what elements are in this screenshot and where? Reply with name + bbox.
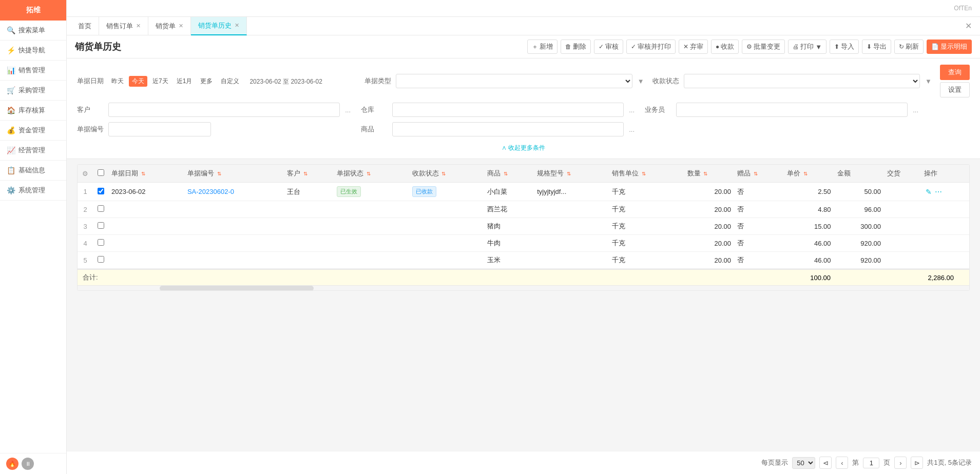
row-check[interactable] [98,239,104,246]
col-customer[interactable]: 客户 ⇅ [284,165,334,183]
setting-button[interactable]: 设置 [940,82,970,97]
first-page-button[interactable]: ⊲ [819,457,832,469]
row-price-4: 46.00 [784,252,834,269]
col-collect-status[interactable]: 收款状态 ⇅ [409,165,484,183]
staff-dots[interactable]: ... [911,106,920,114]
sidebar-item-finance-mgmt[interactable]: 💰 资金管理 [0,121,66,141]
col-price[interactable]: 单价 ⇅ [784,165,834,183]
batch-change-button[interactable]: ⚙ 批量变更 [742,40,785,54]
col-unit[interactable]: 销售单位 ⇅ [609,165,684,183]
col-spec-type[interactable]: 规格型号 ⇅ [534,165,609,183]
horizontal-scrollbar[interactable] [78,285,969,290]
import-button[interactable]: ⬆ 导入 [830,40,859,54]
goods-input[interactable] [392,122,624,136]
discard-button[interactable]: ✕ 弃审 [679,40,708,54]
col-goods[interactable]: 商品 ⇅ [484,165,534,183]
action-edit-icon[interactable]: ✎ [926,188,932,196]
table-settings-icon[interactable]: ⚙ [82,170,88,177]
collect-status-select[interactable] [684,74,920,88]
action-more-icon[interactable]: ⋯ [935,188,942,196]
prev-page-button[interactable]: ‹ [836,457,848,469]
goods-dots[interactable]: ... [627,126,637,133]
row-doc-num-2[interactable] [184,218,284,235]
col-qty[interactable]: 数量 ⇅ [684,165,734,183]
col-doc-num[interactable]: 单据编号 ⇅ [184,165,284,183]
tab-close-sales-delivery[interactable]: ✕ [179,23,183,29]
row-check[interactable] [98,222,104,229]
col-checkbox[interactable] [93,165,108,183]
show-details-button[interactable]: 📄 显示明细 [927,40,972,54]
collapse-button[interactable]: ∧ 收起更多条件 [77,142,970,152]
row-qty-1: 20.00 [684,201,734,218]
scrollbar-thumb[interactable] [160,286,314,290]
print-button[interactable]: 🖨 打印 ▼ [788,40,827,54]
col-settings[interactable]: ⚙ [78,165,93,183]
new-button[interactable]: ＋ 新增 [527,40,558,54]
row-doc-num-1[interactable] [184,201,284,218]
row-check[interactable] [98,188,104,194]
date-btn-7days[interactable]: 近7天 [149,76,171,87]
doc-num-input[interactable] [108,122,211,136]
sidebar-item-sys-mgmt[interactable]: ⚙️ 系统管理 [0,181,66,201]
date-btn-more[interactable]: 更多 [197,76,216,87]
collect-button[interactable]: ● 收款 [711,40,739,54]
row-doc-num-0[interactable]: SA-20230602-0 [184,183,284,201]
tab-sales-order[interactable]: 销售订单 ✕ [99,17,148,35]
data-table: ⚙ 单据日期 ⇅ 单据编号 ⇅ [78,165,969,269]
query-button[interactable]: 查询 [940,65,970,80]
tab-close-sales-order[interactable]: ✕ [136,23,141,29]
row-doc-num-4[interactable] [184,252,284,269]
sort-qty-icon: ⇅ [703,171,707,176]
sort-spec-type-icon: ⇅ [567,171,571,176]
next-page-button[interactable]: › [894,457,907,469]
row-checkbox-3[interactable] [93,235,108,252]
row-checkbox-1[interactable] [93,201,108,218]
staff-input[interactable] [676,103,908,117]
select-all-checkbox[interactable] [98,169,104,176]
row-checkbox-0[interactable] [93,183,108,201]
col-doc-status[interactable]: 单据状态 ⇅ [334,165,409,183]
date-btn-1month[interactable]: 近1月 [174,76,196,87]
row-check[interactable] [98,205,104,212]
sort-collect-status-icon: ⇅ [441,171,446,176]
sidebar-item-sales-mgmt[interactable]: 📊 销售管理 [0,61,66,81]
delete-button[interactable]: 🗑 删除 [561,40,591,54]
col-doc-date[interactable]: 单据日期 ⇅ [108,165,184,183]
tab-close-all[interactable]: ✕ [961,21,976,31]
per-page-select[interactable]: 50 [792,457,815,469]
audit-button[interactable]: ✓ 审核 [594,40,623,54]
tab-close-sales-history[interactable]: ✕ [235,22,239,29]
tab-sales-delivery[interactable]: 销货单 ✕ [148,17,191,35]
sidebar-item-ops-mgmt[interactable]: 📈 经营管理 [0,141,66,161]
row-checkbox-4[interactable] [93,252,108,269]
warehouse-dots[interactable]: ... [627,106,637,114]
page-number-input[interactable] [863,458,879,468]
audit-print-button[interactable]: ✓ 审核并打印 [626,40,676,54]
sidebar-item-purchase-mgmt[interactable]: 🛒 采购管理 [0,81,66,101]
col-gift[interactable]: 赠品 ⇅ [734,165,784,183]
warehouse-input[interactable] [392,103,624,117]
sidebar-item-quick-nav[interactable]: ⚡ 快捷导航 [0,41,66,61]
tab-home[interactable]: 首页 [71,17,99,35]
col-trade[interactable]: 交货 [884,165,921,183]
date-btn-custom[interactable]: 自定义 [218,76,242,87]
row-gift-3: 否 [734,235,784,252]
doc-type-select[interactable] [396,74,632,88]
date-btn-yesterday[interactable]: 昨天 [108,76,127,87]
customer-input[interactable] [108,103,340,117]
row-check[interactable] [98,256,104,263]
refresh-button[interactable]: ↻ 刷新 [894,40,924,54]
col-amount[interactable]: 金额 [834,165,885,183]
row-doc-num-3[interactable] [184,235,284,252]
bottom-icon-1[interactable]: 🔥 [6,458,18,470]
sidebar-item-basic-info[interactable]: 📋 基础信息 [0,161,66,181]
sidebar-item-search-menu[interactable]: 🔍 搜索菜单 [0,21,66,41]
sidebar-item-inventory[interactable]: 🏠 库存核算 [0,101,66,121]
date-btn-today[interactable]: 今天 [129,76,147,87]
customer-dots[interactable]: ... [343,106,353,114]
row-checkbox-2[interactable] [93,218,108,235]
bottom-icon-2[interactable]: ⏸ [22,458,34,470]
tab-sales-history[interactable]: 销货单历史 ✕ [191,17,247,35]
last-page-button[interactable]: ⊳ [911,457,923,469]
export-button[interactable]: ⬇ 导出 [862,40,891,54]
